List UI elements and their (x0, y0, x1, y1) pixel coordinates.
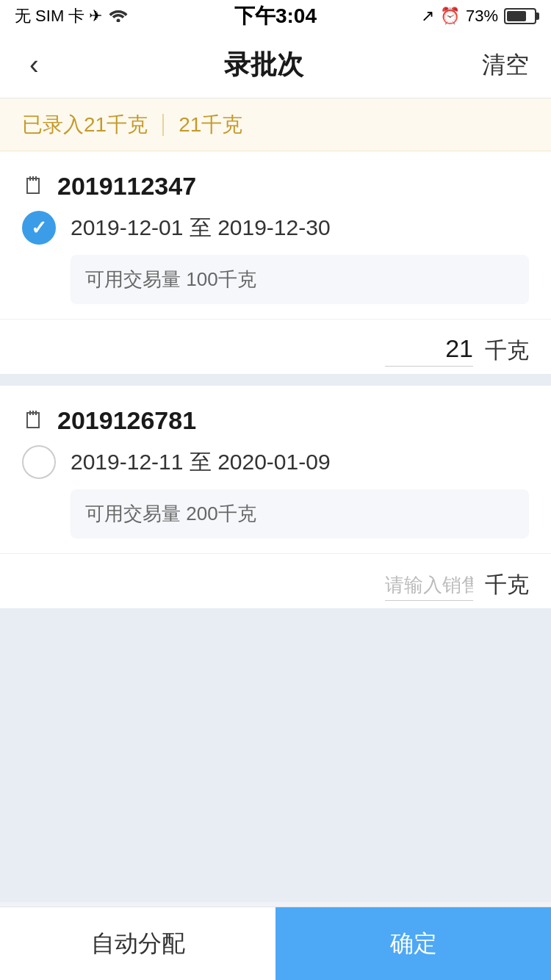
batch-2-quantity-row: 千克 (0, 554, 551, 608)
batch-2-unit: 千克 (485, 570, 529, 600)
battery-icon (504, 7, 536, 26)
location-icon: ↗ (421, 7, 434, 26)
status-bar-right: ↗ ⏰ 73% (421, 7, 536, 26)
recorded-value: 21千克 (179, 111, 242, 139)
confirm-button[interactable]: 确定 (276, 907, 551, 980)
sim-label: 无 SIM 卡 ✈ (15, 5, 102, 27)
section-separator (0, 374, 551, 386)
status-bar-left: 无 SIM 卡 ✈ (15, 5, 129, 27)
auto-distribute-button[interactable]: 自动分配 (0, 907, 276, 980)
page-title: 录批次 (224, 47, 303, 83)
batch-list: 🗒 2019112347 2019-12-01 至 2019-12-30 可用交… (0, 151, 551, 374)
wifi-icon (108, 6, 129, 26)
nav-bar: ‹ 录批次 清空 (0, 32, 551, 98)
recorded-label: 已录入21千克 (22, 111, 148, 139)
batch-1-quantity-row: 千克 (0, 320, 551, 374)
svg-point-0 (117, 19, 120, 23)
info-banner: 已录入21千克 21千克 (0, 98, 551, 151)
batch-1-quantity-input[interactable] (385, 334, 473, 367)
status-time: 下午3:04 (234, 2, 317, 30)
batch-1-header: 🗒 2019112347 (22, 172, 529, 201)
batch-2-header: 🗒 2019126781 (22, 406, 529, 435)
batch-1-icon: 🗒 (22, 173, 46, 200)
batch-1-radio[interactable] (22, 211, 56, 245)
batch-item-2: 🗒 2019126781 2019-12-11 至 2020-01-09 可用交… (0, 386, 551, 554)
alarm-icon: ⏰ (440, 7, 460, 26)
batch-1-id: 2019112347 (57, 172, 196, 201)
battery-percent: 73% (466, 7, 498, 26)
batch-1-date: 2019-12-01 至 2019-12-30 (71, 213, 331, 243)
batch-1-unit: 千克 (485, 336, 529, 366)
clear-button[interactable]: 清空 (482, 49, 529, 82)
batch-1-row: 2019-12-01 至 2019-12-30 (22, 211, 529, 245)
batch-2-available: 可用交易量 200千克 (71, 489, 529, 538)
batch-1-available: 可用交易量 100千克 (71, 255, 529, 304)
batch-2-id: 2019126781 (57, 406, 196, 435)
empty-area (0, 608, 551, 902)
batch-2-container: 🗒 2019126781 2019-12-11 至 2020-01-09 可用交… (0, 386, 551, 608)
batch-2-radio[interactable] (22, 445, 56, 479)
batch-2-date: 2019-12-11 至 2020-01-09 (71, 447, 331, 478)
back-button[interactable]: ‹ (22, 42, 46, 88)
status-bar: 无 SIM 卡 ✈ 下午3:04 ↗ ⏰ 73% (0, 0, 551, 32)
batch-2-quantity-input[interactable] (385, 569, 473, 601)
info-divider (162, 114, 164, 136)
bottom-bar: 自动分配 确定 (0, 907, 551, 980)
batch-2-icon: 🗒 (22, 407, 46, 434)
batch-2-row: 2019-12-11 至 2020-01-09 (22, 445, 529, 479)
batch-item-1: 🗒 2019112347 2019-12-01 至 2019-12-30 可用交… (0, 151, 551, 320)
